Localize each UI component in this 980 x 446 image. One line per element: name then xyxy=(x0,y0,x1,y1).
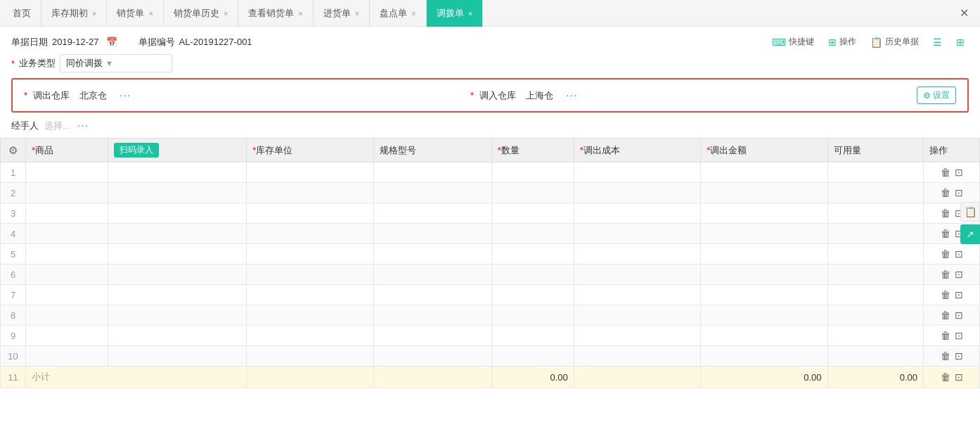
tab-transfer-close[interactable]: × xyxy=(468,9,472,18)
qty-cell[interactable] xyxy=(491,163,574,183)
tab-stock-init-close[interactable]: × xyxy=(92,9,96,18)
copy-row-icon[interactable]: ⊡ xyxy=(955,269,963,280)
unit-cell[interactable] xyxy=(247,326,373,346)
qty-cell[interactable] xyxy=(491,183,574,203)
qty-cell[interactable] xyxy=(491,244,574,265)
tab-transfer[interactable]: 调拨单 × xyxy=(427,0,483,27)
tab-stock-init[interactable]: 库存期初 × xyxy=(41,0,107,27)
cost-cell[interactable] xyxy=(574,305,700,326)
personnel-more-button[interactable]: ··· xyxy=(76,120,90,132)
cost-cell[interactable] xyxy=(574,265,700,285)
amount-cell[interactable] xyxy=(701,326,827,346)
scan-entry-button[interactable]: 扫码录入 xyxy=(114,143,159,158)
qty-cell[interactable] xyxy=(491,265,574,285)
goods-cell[interactable] xyxy=(26,163,108,183)
tab-sales-history[interactable]: 销货单历史 × xyxy=(164,0,238,27)
cost-cell[interactable] xyxy=(574,183,700,203)
delete-row-icon[interactable]: 🗑 xyxy=(941,350,950,362)
cost-cell[interactable] xyxy=(574,326,700,346)
amount-cell[interactable] xyxy=(701,183,827,203)
amount-cell[interactable] xyxy=(701,244,827,265)
copy-row-icon[interactable]: ⊡ xyxy=(955,289,963,300)
personnel-input[interactable]: 选择... xyxy=(44,120,70,132)
cost-cell[interactable] xyxy=(574,244,700,265)
qty-cell[interactable] xyxy=(491,203,574,224)
unit-cell[interactable] xyxy=(247,163,373,183)
delete-row-icon[interactable]: 🗑 xyxy=(941,330,950,341)
delete-row-icon[interactable]: 🗑 xyxy=(941,289,950,300)
qty-cell[interactable] xyxy=(491,285,574,305)
goods-cell[interactable] xyxy=(26,183,108,203)
delete-row-icon[interactable]: 🗑 xyxy=(941,208,950,219)
warehouse-out-more-button[interactable]: ··· xyxy=(118,89,132,102)
spec-cell[interactable] xyxy=(373,285,491,305)
tab-home[interactable]: 首页 xyxy=(3,0,41,27)
column-settings-icon[interactable]: ⚙ xyxy=(8,144,18,156)
goods-cell[interactable] xyxy=(26,224,108,244)
cost-cell[interactable] xyxy=(574,285,700,305)
tab-sales-order-close[interactable]: × xyxy=(148,9,153,18)
copy-row-icon[interactable]: ⊡ xyxy=(955,310,963,321)
goods-cell[interactable] xyxy=(26,244,108,265)
delete-row-icon[interactable]: 🗑 xyxy=(941,167,950,178)
cost-cell[interactable] xyxy=(574,346,700,367)
unit-cell[interactable] xyxy=(247,244,373,265)
shortcut-button[interactable]: ⌨ 快捷键 xyxy=(768,34,818,50)
goods-cell[interactable] xyxy=(26,326,108,346)
operation-button[interactable]: ⊞ 操作 xyxy=(824,34,860,50)
tab-view-sales[interactable]: 查看销货单 × xyxy=(238,0,313,27)
unit-cell[interactable] xyxy=(247,203,373,224)
delete-row-icon[interactable]: 🗑 xyxy=(941,187,950,198)
delete-row-icon[interactable]: 🗑 xyxy=(941,310,950,321)
tab-sales-order[interactable]: 销货单 × xyxy=(107,0,163,27)
amount-cell[interactable] xyxy=(701,224,827,244)
copy-icon[interactable]: ⊡ xyxy=(955,371,963,383)
cost-cell[interactable] xyxy=(574,203,700,224)
amount-cell[interactable] xyxy=(701,305,827,326)
amount-cell[interactable] xyxy=(701,285,827,305)
goods-cell[interactable] xyxy=(26,305,108,326)
tab-purchase-close[interactable]: × xyxy=(355,9,359,18)
business-type-select[interactable]: 同价调拨 ▼ xyxy=(60,54,172,72)
spec-cell[interactable] xyxy=(373,305,491,326)
unit-cell[interactable] xyxy=(247,305,373,326)
qty-cell[interactable] xyxy=(491,305,574,326)
amount-cell[interactable] xyxy=(701,163,827,183)
amount-cell[interactable] xyxy=(701,203,827,224)
spec-cell[interactable] xyxy=(373,265,491,285)
tab-purchase[interactable]: 进货单 × xyxy=(314,0,370,27)
spec-cell[interactable] xyxy=(373,183,491,203)
spec-cell[interactable] xyxy=(373,244,491,265)
cost-cell[interactable] xyxy=(574,163,700,183)
spec-cell[interactable] xyxy=(373,163,491,183)
unit-cell[interactable] xyxy=(247,346,373,367)
copy-row-icon[interactable]: ⊡ xyxy=(955,350,963,362)
notes-float-button[interactable]: 📋 xyxy=(960,202,980,222)
copy-row-icon[interactable]: ⊡ xyxy=(955,330,963,341)
goods-cell[interactable] xyxy=(26,285,108,305)
history-button[interactable]: 📋 历史单据 xyxy=(866,34,923,50)
unit-cell[interactable] xyxy=(247,183,373,203)
spec-cell[interactable] xyxy=(373,224,491,244)
tab-inventory-close[interactable]: × xyxy=(411,9,415,18)
qty-cell[interactable] xyxy=(491,224,574,244)
unit-cell[interactable] xyxy=(247,285,373,305)
spec-cell[interactable] xyxy=(373,326,491,346)
qty-cell[interactable] xyxy=(491,346,574,367)
spec-cell[interactable] xyxy=(373,346,491,367)
tab-inventory[interactable]: 盘点单 × xyxy=(370,0,426,27)
delete-row-icon[interactable]: 🗑 xyxy=(941,269,950,280)
unit-cell[interactable] xyxy=(247,265,373,285)
tab-view-sales-close[interactable]: × xyxy=(298,9,302,18)
layout-grid-button[interactable]: ⊞ xyxy=(952,34,969,50)
setting-button[interactable]: ⚙ 设置 xyxy=(917,87,956,104)
goods-cell[interactable] xyxy=(26,265,108,285)
delete-icon[interactable]: 🗑 xyxy=(941,371,950,383)
unit-cell[interactable] xyxy=(247,224,373,244)
copy-row-icon[interactable]: ⊡ xyxy=(955,248,963,260)
delete-row-icon[interactable]: 🗑 xyxy=(941,248,950,260)
delete-row-icon[interactable]: 🗑 xyxy=(941,228,950,239)
layout-list-button[interactable]: ☰ xyxy=(929,34,946,50)
cost-cell[interactable] xyxy=(574,224,700,244)
warehouse-in-more-button[interactable]: ··· xyxy=(565,89,579,102)
